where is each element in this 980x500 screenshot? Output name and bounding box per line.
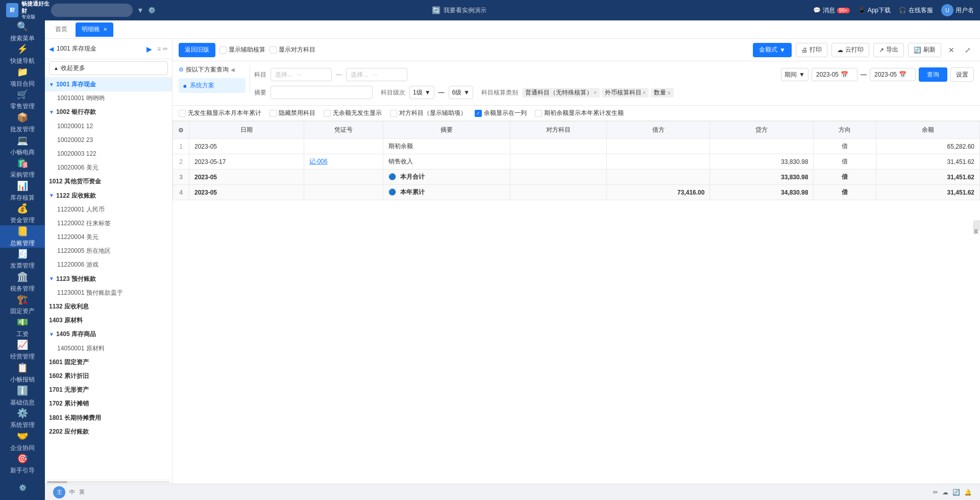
sidebar-item-payroll[interactable]: 💵 工资 <box>0 316 45 339</box>
sidebar-item-report[interactable]: 📋 小畅报销 <box>0 362 45 385</box>
settings-gear-btn[interactable]: ⚙️ <box>148 7 156 14</box>
show-opposite-checkbox[interactable]: 显示对方科目 <box>270 45 315 54</box>
check-tag-foreign[interactable]: 外币核算科目 × <box>602 88 649 98</box>
tree-node-11220005[interactable]: 11220005 所在地区 <box>45 244 172 258</box>
voucher-link[interactable]: 记-006 <box>309 158 328 165</box>
sidebar-item-capital[interactable]: 💰 资金管理 <box>0 202 45 225</box>
tree-node-10020006[interactable]: 10020006 美元 <box>45 161 172 175</box>
tab-detail[interactable]: 明细账 ✕ <box>76 22 113 37</box>
tree-node-1801[interactable]: 1801 长期待摊费用 <box>45 411 172 425</box>
tree-horizontal-scrollbar[interactable] <box>45 480 172 484</box>
sidebar-item-operation[interactable]: 📈 经营管理 <box>0 339 45 362</box>
tree-node-10020003[interactable]: 10020003 122 <box>45 147 172 161</box>
tree-node-11220004[interactable]: 11220004 美元 <box>45 230 172 244</box>
check-tag-quantity-close[interactable]: ∨ <box>667 90 671 96</box>
tree-node-1002[interactable]: ▼ 1002 银行存款 <box>45 105 172 119</box>
demo-label[interactable]: 我要看实例演示 <box>444 6 486 15</box>
bottom-edit-icon[interactable]: ✏ <box>933 489 938 496</box>
export-btn[interactable]: ↗ 导出 <box>873 43 904 57</box>
tree-node-1123[interactable]: ▼ 1123 预付账款 <box>45 272 172 286</box>
full-amount-btn[interactable]: 金额式 ▼ <box>753 43 792 57</box>
back-old-version-btn[interactable]: 返回旧版 <box>179 43 215 57</box>
filter-settings-btn[interactable]: 设置 <box>950 67 974 82</box>
tree-expand-1405[interactable]: ▼ <box>49 330 54 339</box>
sidebar-item-wholesale[interactable]: 📦 批发管理 <box>0 111 45 134</box>
print-btn[interactable]: 🖨 打印 <box>796 43 827 57</box>
sidebar-item-search[interactable]: 🔍 搜索菜单 <box>0 20 45 43</box>
search-dropdown-icon[interactable]: ▼ <box>137 6 144 14</box>
tab-home[interactable]: 首页 <box>49 22 74 37</box>
refresh-btn[interactable]: 🔄 刷新 <box>908 43 941 57</box>
query-button[interactable]: 查询 <box>919 67 947 82</box>
bottom-sync-icon[interactable]: 🔄 <box>952 489 960 496</box>
tree-expand-1002[interactable]: ▼ <box>49 108 54 116</box>
bottom-cloud-icon[interactable]: ☁ <box>942 489 948 496</box>
sidebar-item-basic[interactable]: ℹ️ 基础信息 <box>0 385 45 408</box>
sidebar-item-assets[interactable]: 🏗️ 固定资产 <box>0 294 45 317</box>
right-collapse-btn[interactable]: 展 <box>973 220 980 230</box>
sidebar-item-ecommerce[interactable]: 💻 小畅电商 <box>0 134 45 157</box>
query-panel-title[interactable]: ⚙ 按以下方案查询 ◀ <box>179 65 246 74</box>
sidebar-item-invoice[interactable]: 🧾 发票管理 <box>0 248 45 271</box>
check-tag-quantity[interactable]: 数量 ∨ <box>651 88 674 98</box>
tree-expand-1123[interactable]: ▼ <box>49 275 54 283</box>
tree-node-1702[interactable]: 1702 累计摊销 <box>45 397 172 411</box>
show-auxiliary-checkbox[interactable]: 显示辅助核算 <box>219 45 265 54</box>
bottom-home-icon[interactable]: 主 <box>53 486 65 498</box>
sidebar-item-tax[interactable]: 🏛️ 税务管理 <box>0 271 45 294</box>
lang-en[interactable]: 英 <box>79 488 85 496</box>
user-avatar-btn[interactable]: U 用户名 <box>941 4 974 16</box>
tree-node-1012[interactable]: 1012 其他货币资金 <box>45 175 172 188</box>
sidebar-item-cooperation[interactable]: 🤝 企业协同 <box>0 430 45 453</box>
tree-node-11230001[interactable]: 11230001 预付账款盖于 <box>45 286 172 300</box>
check-tag-normal-close[interactable]: × <box>594 90 597 96</box>
bottom-bell-icon[interactable]: 🔔 <box>964 489 972 496</box>
tree-forward-arrow[interactable]: ▶ <box>146 45 152 53</box>
tree-node-10010001[interactable]: 10010001 哟哟哟 <box>45 91 172 105</box>
tree-node-1601[interactable]: 1601 固定资产 <box>45 355 172 369</box>
check-tag-foreign-close[interactable]: × <box>643 90 646 96</box>
tree-expand-1001[interactable]: ▼ <box>49 81 54 89</box>
tree-node-1001[interactable]: ▼ 1001 库存现金 <box>45 78 172 91</box>
scrollbar-thumb[interactable] <box>47 481 67 483</box>
col-settings[interactable]: ⚙ <box>173 122 189 139</box>
tree-node-2202[interactable]: 2202 应付账款 <box>45 425 172 439</box>
tab-detail-close[interactable]: ✕ <box>103 27 107 32</box>
sidebar-item-retail[interactable]: 🛒 零售管理 <box>0 89 45 112</box>
lang-cn[interactable]: 中 <box>69 488 75 496</box>
tree-node-11220001[interactable]: 11220001 人民币 <box>45 203 172 217</box>
check-tag-normal[interactable]: 普通科目（无特殊核算） × <box>522 88 600 98</box>
tree-edit-icon[interactable]: ✏ <box>163 45 168 53</box>
tree-node-1602[interactable]: 1602 累计折旧 <box>45 369 172 383</box>
sidebar-settings-btn[interactable]: ⚙️ <box>0 475 45 500</box>
sidebar-item-system[interactable]: ⚙️ 系统管理 <box>0 407 45 430</box>
period-type-select[interactable]: 期间 ▼ <box>781 68 808 81</box>
period-from-input[interactable]: 2023-05 📅 <box>812 68 857 81</box>
tree-node-1405[interactable]: ▼ 1405 库存商品 <box>45 327 172 341</box>
sidebar-item-ledger[interactable]: 📒 总账管理 <box>0 225 45 248</box>
sidebar-item-guide[interactable]: 🎯 新手引导 <box>0 453 45 475</box>
period-to-input[interactable]: 2023-05 📅 <box>870 68 916 81</box>
cb-no-balance[interactable]: 无余额无发生显示 <box>324 109 382 117</box>
query-option-system[interactable]: ● 系统方案 <box>179 78 246 93</box>
sidebar-item-inventory[interactable]: 📊 库存核算 <box>0 180 45 203</box>
summary-input[interactable] <box>271 86 373 99</box>
tree-node-1403[interactable]: 1403 原材料 <box>45 314 172 327</box>
tree-node-1132[interactable]: 1132 应收利息 <box>45 300 172 314</box>
panel-expand-btn[interactable]: ⤢ <box>962 44 974 56</box>
message-btn[interactable]: 💬 消息 99+ <box>813 6 850 15</box>
level-from-select[interactable]: 1级 ▼ <box>409 86 434 99</box>
sidebar-item-project[interactable]: 📁 项目合同 <box>0 66 45 89</box>
subject-to-input[interactable]: 选择... ··· <box>346 68 407 81</box>
cb-opening-annual[interactable]: 期初余额显示本年累计发生额 <box>535 109 624 117</box>
sidebar-item-purchase[interactable]: 🛍️ 采购管理 <box>0 157 45 180</box>
tree-body[interactable]: ▼ 1001 库存现金 10010001 哟哟哟 ▼ 1002 银行存款 100… <box>45 78 172 480</box>
cb-hide-disabled[interactable]: 隐藏禁用科目 <box>270 109 315 117</box>
tree-node-1122[interactable]: ▼ 1122 应收账款 <box>45 189 172 203</box>
tree-node-10020002[interactable]: 10020002 23 <box>45 133 172 147</box>
subject-from-input[interactable]: 选择... ··· <box>271 68 332 81</box>
online-service-btn[interactable]: 🎧 在线客服 <box>899 6 933 15</box>
tree-back-arrow[interactable]: ◀ <box>49 45 54 53</box>
search-input[interactable] <box>51 4 133 17</box>
sidebar-item-quick[interactable]: ⚡ 快捷导航 <box>0 43 45 66</box>
